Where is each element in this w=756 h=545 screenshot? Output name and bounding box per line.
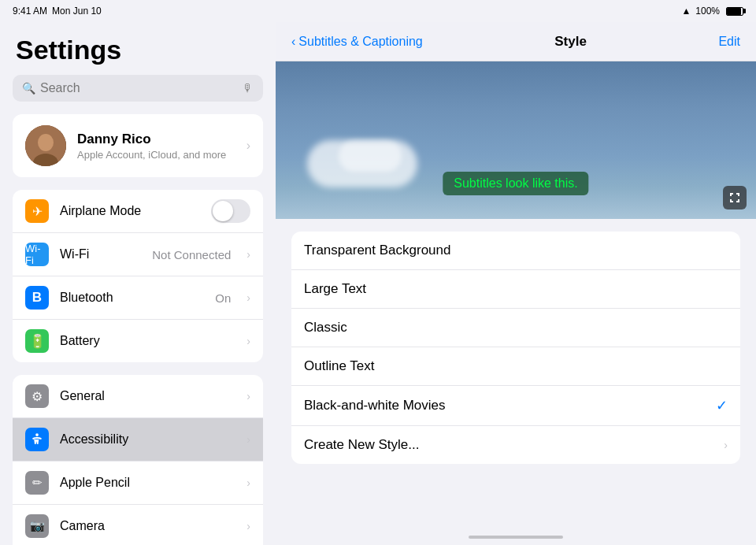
style-item-transparent-bg[interactable]: Transparent Background bbox=[291, 232, 740, 270]
style-item-classic[interactable]: Classic bbox=[291, 309, 740, 347]
style-item-large-text[interactable]: Large Text bbox=[291, 270, 740, 309]
camera-chevron-icon: › bbox=[246, 520, 250, 532]
wifi-label: Wi-Fi bbox=[60, 247, 141, 261]
avatar bbox=[25, 125, 66, 166]
home-indicator bbox=[469, 536, 563, 539]
main-layout: Settings 🔍 🎙 Danny Rico bbox=[0, 22, 756, 545]
airplane-toggle[interactable] bbox=[211, 199, 250, 223]
general-label: General bbox=[60, 389, 235, 403]
right-panel: ‹ Subtitles & Captioning Style Edit Subt… bbox=[276, 22, 756, 545]
search-bar[interactable]: 🔍 🎙 bbox=[13, 75, 263, 102]
back-chevron-icon: ‹ bbox=[291, 35, 295, 49]
subtitle-preview: Subtitles look like this. bbox=[443, 172, 588, 195]
sidebar-item-battery[interactable]: 🔋 Battery › bbox=[13, 320, 263, 362]
sidebar-item-airplane[interactable]: ✈ Airplane Mode bbox=[13, 190, 263, 233]
back-button[interactable]: ‹ Subtitles & Captioning bbox=[291, 35, 423, 49]
style-item-outline-text[interactable]: Outline Text bbox=[291, 347, 740, 386]
accessibility-label: Accessibility bbox=[60, 432, 235, 447]
wifi-chevron-icon: › bbox=[246, 248, 250, 261]
mic-icon[interactable]: 🎙 bbox=[243, 82, 254, 95]
user-info: Danny Rico Apple Account, iCloud, and mo… bbox=[77, 132, 226, 161]
user-chevron-icon: › bbox=[246, 139, 250, 153]
bw-movies-checkmark-icon: ✓ bbox=[716, 397, 728, 414]
sidebar-title: Settings bbox=[0, 22, 276, 75]
bluetooth-icon: B bbox=[25, 286, 49, 310]
user-profile[interactable]: Danny Rico Apple Account, iCloud, and mo… bbox=[13, 114, 263, 177]
style-item-bw-movies[interactable]: Black-and-white Movies ✓ bbox=[291, 386, 740, 426]
battery-chevron-icon: › bbox=[246, 335, 250, 347]
bluetooth-value: On bbox=[215, 291, 231, 305]
nav-title: Style bbox=[554, 34, 587, 50]
airplane-icon: ✈ bbox=[25, 199, 49, 223]
cloud-decoration-right bbox=[339, 140, 402, 172]
back-label: Subtitles & Captioning bbox=[298, 35, 422, 49]
expand-button[interactable] bbox=[723, 186, 747, 209]
status-date: Mon Jun 10 bbox=[52, 6, 102, 17]
status-time: 9:41 AM bbox=[13, 6, 47, 17]
general-chevron-icon: › bbox=[246, 390, 250, 402]
sidebar-item-apple-pencil[interactable]: ✏ Apple Pencil › bbox=[13, 462, 263, 505]
wifi-icon: ▲ bbox=[681, 6, 691, 17]
battery-icon: 100% bbox=[695, 6, 720, 17]
search-input[interactable] bbox=[40, 81, 238, 95]
bluetooth-label: Bluetooth bbox=[60, 291, 204, 305]
settings-group-1: ✈ Airplane Mode Wi-Fi Wi-Fi Not Connecte… bbox=[13, 190, 263, 362]
apple-pencil-label: Apple Pencil bbox=[60, 476, 235, 490]
user-subtitle: Apple Account, iCloud, and more bbox=[77, 149, 226, 161]
bluetooth-chevron-icon: › bbox=[246, 291, 250, 304]
sidebar-item-accessibility[interactable]: Accessibility › bbox=[13, 418, 263, 462]
accessibility-chevron-icon: › bbox=[246, 433, 250, 446]
bottom-bar bbox=[276, 529, 756, 545]
wifi-settings-icon: Wi-Fi bbox=[25, 243, 49, 266]
search-icon: 🔍 bbox=[22, 82, 35, 95]
sidebar: Settings 🔍 🎙 Danny Rico bbox=[0, 22, 276, 545]
status-bar-right: ▲ 100% bbox=[681, 6, 743, 17]
style-label-large-text: Large Text bbox=[304, 281, 728, 297]
sidebar-item-bluetooth[interactable]: B Bluetooth On › bbox=[13, 276, 263, 320]
airplane-label: Airplane Mode bbox=[60, 204, 200, 218]
sidebar-item-wifi[interactable]: Wi-Fi Wi-Fi Not Connected › bbox=[13, 233, 263, 276]
apple-pencil-icon: ✏ bbox=[25, 471, 49, 495]
battery-bar bbox=[726, 7, 743, 16]
sidebar-item-camera[interactable]: 📷 Camera › bbox=[13, 505, 263, 545]
style-options-group: Transparent Background Large Text Classi… bbox=[291, 232, 740, 464]
style-list: Transparent Background Large Text Classi… bbox=[276, 219, 756, 529]
settings-group-2: ⚙ General › Accessibility › ✏ A bbox=[13, 375, 263, 545]
status-bar: 9:41 AM Mon Jun 10 ▲ 100% bbox=[0, 0, 756, 22]
style-item-create-new[interactable]: Create New Style... › bbox=[291, 426, 740, 464]
accessibility-icon bbox=[25, 428, 49, 451]
svg-point-3 bbox=[39, 135, 53, 150]
apple-pencil-chevron-icon: › bbox=[246, 476, 250, 489]
sidebar-item-general[interactable]: ⚙ General › bbox=[13, 375, 263, 418]
edit-button[interactable]: Edit bbox=[718, 35, 740, 49]
toggle-knob bbox=[213, 201, 233, 221]
wifi-value: Not Connected bbox=[152, 248, 231, 261]
camera-icon: 📷 bbox=[25, 514, 49, 538]
user-name: Danny Rico bbox=[77, 132, 226, 147]
style-label-transparent-bg: Transparent Background bbox=[304, 243, 728, 258]
battery-settings-icon: 🔋 bbox=[25, 329, 49, 353]
right-nav: ‹ Subtitles & Captioning Style Edit bbox=[276, 22, 756, 61]
create-new-chevron-icon: › bbox=[724, 439, 728, 451]
status-bar-left: 9:41 AM Mon Jun 10 bbox=[13, 6, 102, 17]
general-icon: ⚙ bbox=[25, 384, 49, 408]
camera-label: Camera bbox=[60, 519, 235, 533]
style-label-classic: Classic bbox=[304, 320, 728, 336]
style-label-outline-text: Outline Text bbox=[304, 358, 728, 374]
style-label-bw-movies: Black-and-white Movies bbox=[304, 398, 716, 413]
preview-area: Subtitles look like this. bbox=[276, 61, 756, 219]
battery-label: Battery bbox=[60, 334, 235, 348]
style-label-create-new: Create New Style... bbox=[304, 437, 724, 453]
svg-point-4 bbox=[35, 433, 39, 436]
